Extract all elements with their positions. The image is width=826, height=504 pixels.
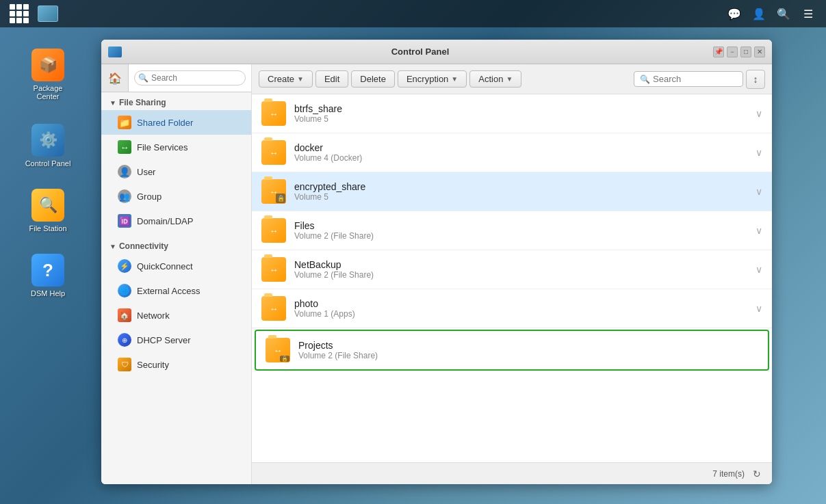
share-list: ↔ btrfs_share Volume 5 ∨ ↔ docker Vo [252,94,772,462]
chat-icon-button[interactable]: 💬 [723,3,745,25]
dsm-help-icon: ? [31,254,64,287]
sidebar-item-security-label: Security [137,360,169,370]
action-button[interactable]: Action ▼ [469,70,521,88]
toolbar: Create ▼ Edit Delete Encryption ▼ Action… [252,64,772,94]
encryption-button[interactable]: Encryption ▼ [398,70,467,88]
refresh-button[interactable]: ↻ [750,467,764,481]
share-info-projects: Projects Volume 2 (File Share) [298,340,758,360]
home-icon: 🏠 [108,72,122,85]
share-name-projects: Projects [298,340,758,351]
encryption-label: Encryption [406,74,448,84]
apps-grid-button[interactable] [7,1,31,26]
share-volume-projects: Volume 2 (File Share) [298,351,758,360]
domain-nav-icon: 🆔 [118,214,131,228]
share-item-btrfs-share[interactable]: ↔ btrfs_share Volume 5 ∨ [252,94,772,133]
share-chevron-netbackup: ∨ [756,264,762,275]
share-name-photo: photo [294,298,756,309]
edit-label: Edit [324,74,339,84]
pin-button[interactable]: 📌 [713,47,724,57]
home-button[interactable]: 🏠 [101,64,129,92]
share-name-docker: docker [294,142,756,153]
status-bar: 7 item(s) ↻ [252,462,772,484]
section-connectivity[interactable]: ▼ Connectivity [101,236,251,254]
taskbar: 💬 👤 🔍 ☰ [0,0,826,27]
share-item-encrypted-share[interactable]: ↔ 🔒 encrypted_share Volume 5 ∨ [252,172,772,211]
external-access-nav-icon: 🌐 [118,284,131,297]
share-folder-icon-files: ↔ [261,218,286,243]
share-folder-icon-photo: ↔ [261,296,286,321]
share-info-docker: docker Volume 4 (Docker) [294,142,756,163]
minimize-button[interactable]: － [727,47,738,57]
taskbar-system-icons: 💬 👤 🔍 ☰ [723,3,819,25]
sidebar-search-input[interactable] [134,70,246,85]
sidebar-item-dhcp-server-label: DHCP Server [137,335,191,345]
create-button[interactable]: Create ▼ [259,70,313,88]
item-count: 7 item(s) [712,469,745,479]
projects-container: ↔ 🔒 Projects Volume 2 (File Share) [252,330,772,371]
share-folder-icon-btrfs: ↔ [261,101,286,126]
search-icon: 🔍 [777,8,790,21]
toolbar-search-input[interactable] [653,74,737,84]
control-panel-taskbar-button[interactable] [36,1,60,26]
delete-button[interactable]: Delete [351,70,395,88]
section-connectivity-chevron: ▼ [109,243,116,250]
section-connectivity-label: Connectivity [119,241,168,251]
menu-icon-button[interactable]: ☰ [797,3,819,25]
share-item-photo[interactable]: ↔ photo Volume 1 (Apps) ∨ [252,289,772,328]
sidebar: 🏠 🔍 ▼ File Sharing 📁 Shared Folder [101,64,252,484]
section-file-sharing-label: File Sharing [119,98,166,107]
share-info-btrfs: btrfs_share Volume 5 [294,103,756,124]
maximize-button[interactable]: □ [740,47,751,57]
desktop-icon-file-station[interactable]: 🔍 File Station [21,185,75,237]
sidebar-item-network[interactable]: 🏠 Network [101,303,251,328]
action-label: Action [478,74,503,84]
sidebar-item-user[interactable]: 👤 User [101,159,251,184]
sidebar-item-file-services[interactable]: ↔ File Services [101,135,251,159]
toolbar-search-icon: 🔍 [640,75,650,84]
desktop-icon-package-center[interactable]: 📦 Package Center [21,44,75,105]
refresh-icon: ↻ [753,468,761,479]
sidebar-item-domain-ldap[interactable]: 🆔 Domain/LDAP [101,209,251,233]
share-volume-docker: Volume 4 (Docker) [294,153,756,163]
main-content: Create ▼ Edit Delete Encryption ▼ Action… [252,64,772,484]
dhcp-nav-icon: ⊕ [118,333,131,347]
share-item-projects[interactable]: ↔ 🔒 Projects Volume 2 (File Share) [255,330,769,371]
desktop-icon-control-panel[interactable]: ⚙️ Control Panel [21,120,75,172]
edit-button[interactable]: Edit [315,70,348,88]
package-center-icon: 📦 [31,49,64,81]
user-icon-button[interactable]: 👤 [748,3,770,25]
sidebar-item-quickconnect-label: QuickConnect [137,261,193,271]
sidebar-item-shared-folder[interactable]: 📁 Shared Folder [101,110,251,135]
section-file-sharing[interactable]: ▼ File Sharing [101,92,251,110]
file-station-label: File Station [29,224,66,233]
desktop-icon-dsm-help[interactable]: ? DSM Help [21,250,75,302]
quickconnect-nav-icon: ⚡ [118,259,131,273]
sidebar-item-user-label: User [137,167,155,177]
create-label: Create [268,74,294,84]
control-panel-window: Control Panel 📌 － □ ✕ 🏠 🔍 [101,40,772,484]
sidebar-item-dhcp-server[interactable]: ⊕ DHCP Server [101,328,251,352]
share-volume-files: Volume 2 (File Share) [294,231,756,241]
shared-folder-icon: 📁 [118,116,131,129]
close-button[interactable]: ✕ [754,47,765,57]
security-nav-icon: 🛡 [118,358,131,371]
share-info-encrypted: encrypted_share Volume 5 [294,181,756,202]
control-panel-taskbar-icon [38,5,58,22]
delete-label: Delete [360,74,386,84]
share-name-encrypted: encrypted_share [294,181,756,192]
share-item-files[interactable]: ↔ Files Volume 2 (File Share) ∨ [252,211,772,250]
share-item-docker[interactable]: ↔ docker Volume 4 (Docker) ∨ [252,133,772,172]
sort-button[interactable]: ↕ [746,70,765,89]
share-item-netbackup[interactable]: ↔ NetBackup Volume 2 (File Share) ∨ [252,250,772,289]
sidebar-item-external-access[interactable]: 🌐 External Access [101,278,251,303]
search-icon-button[interactable]: 🔍 [773,3,795,25]
toolbar-search[interactable]: 🔍 [634,71,743,87]
control-panel-label: Control Panel [25,159,71,168]
lock-icon-projects: 🔒 [280,356,289,362]
window-controls: 📌 － □ ✕ [713,47,765,57]
sidebar-item-quickconnect[interactable]: ⚡ QuickConnect [101,254,251,278]
window-title: Control Panel [127,47,713,57]
sidebar-item-security[interactable]: 🛡 Security [101,352,251,377]
share-name-files: Files [294,220,756,231]
sidebar-item-group[interactable]: 👥 Group [101,184,251,209]
